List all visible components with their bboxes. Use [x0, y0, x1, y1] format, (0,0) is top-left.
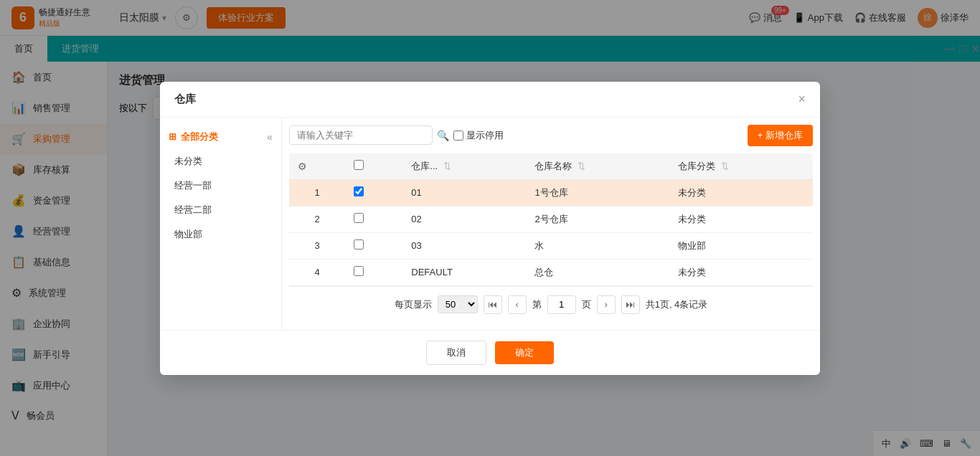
row-category: 未分类 [669, 206, 813, 232]
modal-header: 仓库 × [160, 82, 820, 118]
row-checkbox [345, 232, 402, 259]
warehouse-table: ⚙ 仓库... ⇅ 仓库名称 ⇅ [289, 153, 813, 286]
page-input[interactable] [547, 295, 576, 314]
table-toolbar: 🔍 显示停用 + 新增仓库 [289, 125, 813, 146]
sort-category-icon: ⇅ [721, 161, 729, 171]
modal-body: ⊞ 全部分类 « 未分类 经营一部 经营二部 物业部 [160, 118, 820, 330]
row-select-checkbox[interactable] [354, 239, 364, 250]
row-category: 物业部 [669, 232, 813, 259]
modal-title: 仓库 [174, 92, 196, 106]
pagination: 每页显示 50 20 100 ⏮ ‹ 第 页 › ⏭ 共1页, 4条记录 [289, 286, 813, 323]
row-name: 总仓 [526, 259, 669, 285]
category-title: ⊞ 全部分类 [169, 130, 218, 143]
modal-overlay: 仓库 × ⊞ 全部分类 « 未分类 经营一部 [0, 0, 980, 456]
search-icon[interactable]: 🔍 [437, 130, 449, 141]
row-num: 1 [289, 179, 345, 206]
table-row[interactable]: 3 03 水 物业部 [289, 232, 813, 259]
modal-footer: 取消 确定 [160, 330, 820, 375]
category-sidebar: ⊞ 全部分类 « 未分类 经营一部 经营二部 物业部 [160, 118, 282, 330]
cat-item-1[interactable]: 经营一部 [160, 174, 281, 198]
row-checkbox [345, 206, 402, 232]
next-page-button[interactable]: › [597, 295, 616, 314]
row-category: 未分类 [669, 179, 813, 206]
page-label: 第 [532, 298, 542, 311]
row-select-checkbox[interactable] [354, 213, 364, 223]
warehouse-modal: 仓库 × ⊞ 全部分类 « 未分类 经营一部 [160, 82, 820, 375]
sort-name-icon: ⇅ [578, 161, 585, 171]
row-code: 03 [402, 232, 526, 259]
row-checkbox [345, 259, 402, 285]
row-select-checkbox[interactable] [354, 266, 364, 276]
sort-code-icon: ⇅ [443, 161, 451, 171]
table-row[interactable]: 4 DEFAULT 总仓 未分类 [289, 259, 813, 285]
row-num: 4 [289, 259, 345, 285]
last-page-button[interactable]: ⏭ [621, 295, 640, 314]
show-disabled-label[interactable]: 显示停用 [453, 129, 504, 142]
row-checkbox [345, 179, 402, 206]
table-row[interactable]: 1 01 1号仓库 未分类 [289, 179, 813, 206]
first-page-button[interactable]: ⏮ [484, 295, 502, 314]
row-code: 02 [402, 206, 526, 232]
prev-page-button[interactable]: ‹ [508, 295, 527, 314]
col-name: 仓库名称 ⇅ [526, 153, 669, 180]
modal-close-button[interactable]: × [798, 92, 806, 107]
show-disabled-checkbox[interactable] [453, 130, 463, 141]
table-area: 🔍 显示停用 + 新增仓库 ⚙ [282, 118, 820, 330]
cat-item-0[interactable]: 未分类 [160, 149, 281, 174]
total-info: 共1页, 4条记录 [646, 298, 708, 311]
row-name: 水 [526, 232, 669, 259]
grid-icon: ⊞ [169, 131, 176, 142]
gear-header-icon[interactable]: ⚙ [298, 161, 307, 172]
row-num: 2 [289, 206, 345, 232]
cat-item-2[interactable]: 经营二部 [160, 198, 281, 222]
cancel-button[interactable]: 取消 [426, 341, 486, 365]
col-gear: ⚙ [289, 153, 345, 180]
confirm-button[interactable]: 确定 [495, 341, 554, 364]
row-code: 01 [402, 179, 526, 206]
col-code: 仓库... ⇅ [402, 153, 526, 180]
per-page-select[interactable]: 50 20 100 [438, 295, 478, 313]
col-checkbox [345, 153, 402, 180]
table-container: ⚙ 仓库... ⇅ 仓库名称 ⇅ [289, 153, 813, 286]
search-input[interactable] [289, 125, 433, 145]
page-label2: 页 [582, 298, 591, 311]
row-num: 3 [289, 232, 345, 259]
row-code: DEFAULT [402, 259, 526, 285]
row-name: 1号仓库 [526, 179, 669, 206]
per-page-label: 每页显示 [395, 298, 432, 311]
row-select-checkbox[interactable] [354, 186, 364, 196]
collapse-icon[interactable]: « [267, 131, 273, 143]
row-category: 未分类 [669, 259, 813, 285]
search-box: 🔍 显示停用 [289, 125, 504, 145]
table-row[interactable]: 2 02 2号仓库 未分类 [289, 206, 813, 232]
row-name: 2号仓库 [526, 206, 669, 232]
add-warehouse-button[interactable]: + 新增仓库 [748, 125, 813, 146]
cat-item-3[interactable]: 物业部 [160, 222, 281, 247]
select-all-checkbox[interactable] [354, 160, 364, 170]
category-header: ⊞ 全部分类 « [160, 125, 281, 149]
col-category: 仓库分类 ⇅ [669, 153, 813, 180]
